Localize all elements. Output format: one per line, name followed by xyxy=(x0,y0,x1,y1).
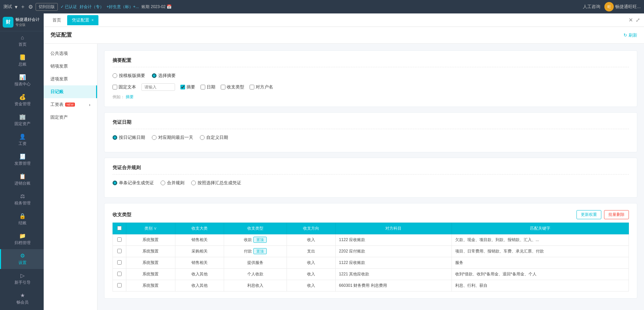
switch-version-button[interactable]: 切到旧版 xyxy=(36,3,58,11)
td-keywords-3: 收到*借款、收到*备用金、退回*备用金、个人 xyxy=(452,269,629,280)
sidebar-item-purchase[interactable]: 📋 进销台账 xyxy=(0,170,44,190)
td-checkbox[interactable] xyxy=(113,280,126,292)
checkbox-counterpart[interactable]: 对方户名 xyxy=(250,84,273,90)
sidebar-item-home[interactable]: ⌂ 首页 xyxy=(0,31,44,51)
row-checkbox-0[interactable] xyxy=(117,237,122,242)
sidebar-item-closing[interactable]: 🔒 结账 xyxy=(0,209,44,229)
sidebar-item-label: 设置 xyxy=(18,260,27,266)
td-checkbox[interactable] xyxy=(113,269,126,280)
checkbox-date-input[interactable] xyxy=(201,85,205,89)
salary-icon: 👤 xyxy=(19,133,26,140)
sidebar-item-member[interactable]: ★ 畅会员 xyxy=(0,289,44,309)
radio-period-last[interactable]: 对应期间最后一天 xyxy=(152,134,193,141)
tab-bar-right: ✕ ⤢ xyxy=(629,17,640,23)
left-nav-public[interactable]: 公共选项 xyxy=(44,47,97,60)
radio-by-selection-input[interactable] xyxy=(191,181,196,185)
radio-merge-rule[interactable]: 合并规则 xyxy=(161,180,184,186)
checkbox-fixed-text[interactable]: 固定文本 xyxy=(113,84,136,90)
tag-reset-1[interactable]: 置顶 xyxy=(253,248,267,254)
sidebar-item-guide[interactable]: ▷ 新手引导 xyxy=(0,269,44,289)
checkbox-summary-input[interactable] xyxy=(180,85,185,89)
consult-btn[interactable]: 人工咨询 xyxy=(583,4,600,10)
radio-journal-date-input[interactable] xyxy=(113,135,117,140)
sidebar-item-salary[interactable]: 👤 工资 xyxy=(0,130,44,150)
radio-period-last-input[interactable] xyxy=(152,135,157,140)
td-category-2: 系统预置 xyxy=(126,257,175,269)
radio-journal-date[interactable]: 按日记账日期 xyxy=(113,134,145,141)
table-body: 系统预置 销售相关 收款 置顶 收入 1122 应收账款 欠款、现金、项目款、到… xyxy=(113,234,629,292)
delete-btn[interactable]: 批量删除 xyxy=(604,210,629,219)
sidebar-item-tax[interactable]: ⚖ 税务管理 xyxy=(0,190,44,209)
row-checkbox-4[interactable] xyxy=(117,283,122,287)
left-nav-sales-invoice[interactable]: 销项发票 xyxy=(44,60,97,73)
checkbox-counterpart-input[interactable] xyxy=(250,85,254,89)
radio-template[interactable]: 按模板版摘要 xyxy=(113,73,145,79)
guide-icon: ▷ xyxy=(20,272,25,279)
sidebar-item-ledger[interactable]: 📒 总账 xyxy=(0,51,44,71)
sidebar-item-settings[interactable]: ⚙ 设置 xyxy=(0,249,44,269)
left-nav-fixed-assets[interactable]: 固定资产 xyxy=(44,111,97,124)
add-btn[interactable]: ＋ xyxy=(20,3,26,10)
radio-custom-date[interactable]: 自定义日期 xyxy=(200,134,228,141)
td-type-3: 个人收款 xyxy=(224,269,287,280)
checkbox-fixed-text-input[interactable] xyxy=(113,85,117,89)
radio-custom-date-input[interactable] xyxy=(200,135,205,140)
checkbox-summary[interactable]: 摘要 xyxy=(180,84,195,90)
sidebar-logo: 财 畅捷通好会计 专业版 xyxy=(0,13,44,31)
refresh-button[interactable]: ↻ 刷新 xyxy=(624,32,637,38)
workspace-dropdown[interactable]: ▾ xyxy=(15,4,17,10)
voucher-date-title: 凭证日期 xyxy=(113,119,629,129)
sidebar-item-assets[interactable]: 🏢 固定资产 xyxy=(0,110,44,130)
checkbox-type[interactable]: 收支类型 xyxy=(221,84,244,90)
update-btn[interactable]: 更新权重 xyxy=(576,210,601,219)
radio-select[interactable]: 选择摘要 xyxy=(152,73,176,79)
td-checkbox[interactable] xyxy=(113,246,126,257)
td-checkbox[interactable] xyxy=(113,234,126,246)
row-checkbox-2[interactable] xyxy=(117,260,122,265)
select-all-checkbox[interactable] xyxy=(117,226,122,230)
checkbox-type-input[interactable] xyxy=(221,85,225,89)
radio-merge-rule-input[interactable] xyxy=(161,181,165,185)
tab-close-btn[interactable]: × xyxy=(91,18,94,23)
row-checkbox-1[interactable] xyxy=(117,249,122,253)
radio-journal-date-label: 按日记账日期 xyxy=(119,134,145,141)
settings-btn[interactable]: ⚙ xyxy=(28,4,33,10)
row-checkbox-3[interactable] xyxy=(117,272,122,276)
checkbox-counterpart-label: 对方户名 xyxy=(256,84,273,90)
tag-reset-0[interactable]: 置顶 xyxy=(253,237,267,243)
sidebar-item-archive[interactable]: 📁 归档管理 xyxy=(0,229,44,249)
radio-single-record[interactable]: 单条记录生成凭证 xyxy=(113,180,154,186)
th-major: 收支大类 xyxy=(175,223,224,234)
sidebar-item-invoice[interactable]: 🧾 发票管理 xyxy=(0,150,44,170)
sidebar-item-label: 畅会员 xyxy=(16,300,29,305)
td-type-0: 收款 置顶 xyxy=(224,234,287,246)
radio-single-record-input[interactable] xyxy=(113,181,117,185)
td-direction-1: 支出 xyxy=(287,246,336,257)
user-name: 畅捷通旺旺... xyxy=(615,4,641,10)
checkbox-date[interactable]: 日期 xyxy=(201,84,215,90)
tab-minimize-btn[interactable]: ✕ xyxy=(629,17,633,23)
sidebar-item-reports[interactable]: 📊 报表中心 xyxy=(0,71,44,90)
left-nav-journal[interactable]: 日记账 xyxy=(44,85,97,98)
left-nav-payroll[interactable]: 工资表 NEW › xyxy=(44,98,97,111)
summary-config-section: 摘要配置 按模板版摘要 选择摘要 xyxy=(104,50,637,107)
fixed-text-input[interactable] xyxy=(141,83,175,91)
radio-select-input[interactable] xyxy=(152,73,157,78)
table-row: 系统预置 采购相关 付款 置顶 支出 2202 应付账款 项目、日常费用、报销款… xyxy=(113,246,629,257)
tab-maximize-btn[interactable]: ⤢ xyxy=(636,17,640,23)
reports-icon: 📊 xyxy=(19,74,26,80)
sidebar-item-funds[interactable]: 💰 资金管理 xyxy=(0,90,44,110)
user-menu[interactable]: 旺 畅捷通旺旺... xyxy=(604,2,641,11)
tab-voucher-config[interactable]: 凭证配置 × xyxy=(67,15,98,25)
radio-by-selection-label: 按照选择汇总生成凭证 xyxy=(198,180,241,186)
example-label: 例如： xyxy=(113,94,125,99)
radio-template-input[interactable] xyxy=(113,73,117,78)
left-nav-purchase-invoice[interactable]: 进项发票 xyxy=(44,73,97,85)
td-checkbox[interactable] xyxy=(113,257,126,269)
left-nav-fixed-assets-label: 固定资产 xyxy=(50,114,68,120)
sidebar-item-label: 发票管理 xyxy=(14,161,31,166)
income-expense-table: 类别 ∨ 收支大类 收支类型 收支方向 对方科目 匹配关键字 系统预置 xyxy=(113,223,629,292)
radio-by-selection[interactable]: 按照选择汇总生成凭证 xyxy=(191,180,241,186)
sidebar-item-label: 新手引导 xyxy=(14,280,31,285)
tab-home[interactable]: 首页 xyxy=(48,15,66,25)
